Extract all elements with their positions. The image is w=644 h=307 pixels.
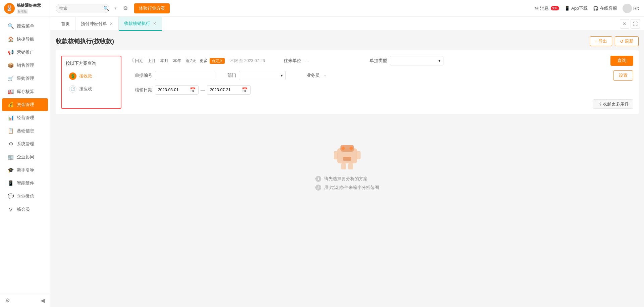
refresh-icon: ↺ [620, 39, 624, 44]
message-button[interactable]: ✉ 消息 99+ [535, 5, 559, 11]
collapse-more-button[interactable]: 《 收起更多条件 [593, 99, 633, 109]
doctype-label: 单据类型 [370, 58, 387, 64]
staff-input[interactable]: ··· [322, 73, 329, 78]
guide-icon: 🎓 [7, 167, 14, 173]
filter-receivable-label: 按应收 [79, 86, 92, 92]
doctype-dropdown-icon: ▾ [438, 58, 440, 63]
topbar-dropdown-icon[interactable]: ▾ [114, 6, 117, 11]
solution-button[interactable]: 体验行业方案 [134, 3, 170, 13]
tab-home[interactable]: 首页 [56, 17, 75, 31]
sidebar-item-label: 快捷导航 [17, 36, 34, 42]
docno-input[interactable] [155, 71, 215, 80]
finance-icon: 💰 [7, 102, 14, 108]
query-button[interactable]: 查询 [610, 56, 633, 66]
sidebar-item-member[interactable]: V 畅会员 [2, 203, 48, 216]
collapse-up-icon: 《 [597, 101, 601, 107]
topbar-search-input[interactable] [56, 4, 109, 13]
filter-row-2: 单据编号 部门 ▾ 业务员 ··· [135, 70, 633, 81]
quick-nav-icon: 🏠 [7, 36, 14, 42]
tab-maximize-btn[interactable]: ⛶ [631, 19, 640, 29]
tab-advance-pay[interactable]: 预付冲应付单 ✕ [75, 17, 119, 31]
app-download-button[interactable]: 📱 App下载 [565, 5, 588, 11]
tab-receipt-verify[interactable]: 收款核销执行 ✕ [119, 17, 162, 31]
online-service-button[interactable]: 🎧 在线客服 [593, 5, 617, 11]
verify-date-range: 2023-03-01 📅 — 2023-07-21 📅 [155, 85, 251, 95]
sidebar-item-sales[interactable]: 📦 销售管理 [2, 59, 48, 72]
verify-date-start-input[interactable]: 2023-03-01 📅 [155, 85, 199, 95]
export-icon: ↑ [595, 39, 597, 44]
date-this-month[interactable]: 本月 [159, 57, 170, 64]
sidebar-item-wechat[interactable]: 💬 企业微信 [2, 190, 48, 203]
footer-collapse-icon[interactable]: ◀ [41, 297, 45, 304]
user-profile[interactable]: Rit [623, 4, 639, 13]
collapse-left-btn[interactable]: 《 [128, 56, 135, 109]
date-no-limit-group: 不限 至 2023-07-26 [230, 58, 265, 64]
date-no-limit-text: 不限 至 2023-07-26 [230, 58, 265, 64]
svg-point-2 [341, 147, 345, 150]
tab-close-window-btn[interactable]: ✕ [620, 19, 629, 29]
date-this-year[interactable]: 本年 [172, 57, 182, 64]
sales-icon: 📦 [7, 62, 14, 68]
filter-dept-field: 部门 ▾ [227, 71, 294, 80]
date-7days[interactable]: 近7天 [184, 57, 198, 64]
dept-select[interactable]: ▾ [239, 71, 286, 80]
sidebar-item-label: 营销推广 [17, 49, 34, 55]
counterpart-input[interactable]: ··· [304, 58, 311, 63]
sidebar-item-hardware[interactable]: 📱 智能硬件 [2, 177, 48, 190]
sidebar-item-label: 企业微信 [17, 193, 34, 199]
message-badge: 99+ [551, 6, 559, 10]
sidebar-item-basic[interactable]: 📋 基础信息 [2, 124, 48, 137]
export-button[interactable]: ↑ 导出 [590, 36, 612, 46]
sidebar-item-label: 采购管理 [17, 75, 34, 82]
system-icon: ⚙ [7, 141, 14, 147]
date-more-btn[interactable]: 更多 [200, 58, 208, 64]
hint-num-2: 2 [315, 185, 321, 191]
filter-docno-field: 单据编号 [135, 71, 215, 80]
hardware-icon: 📱 [7, 180, 14, 186]
date-last-month[interactable]: 上月 [146, 57, 157, 64]
empty-robot-illustration [330, 138, 364, 172]
wechat-icon: 💬 [7, 193, 14, 199]
logo-rabbit-icon: 🐰 [6, 5, 13, 11]
sidebar-item-purchase[interactable]: 🛒 采购管理 [2, 72, 48, 85]
settings-button[interactable]: 设置 [613, 70, 633, 81]
sidebar-item-system[interactable]: ⚙ 系统管理 [2, 138, 48, 150]
filter-option-by-receipt[interactable]: 💲 按收款 [66, 70, 117, 83]
empty-hints: 1 请先选择要分析的方案 2 用[过滤]条件来缩小分析范围 [315, 176, 379, 191]
filter-panel: 按以下方案查询 💲 按收款 🕐 按应收 《 [56, 50, 639, 114]
sidebar-item-inventory[interactable]: 🏭 库存核算 [2, 85, 48, 98]
sidebar-item-enterprise[interactable]: 🏢 企业协同 [2, 151, 48, 163]
calendar-end-icon: 📅 [242, 87, 248, 93]
svg-rect-6 [357, 151, 361, 159]
logo-icon: 🐰 [4, 3, 15, 14]
counterpart-label: 往来单位 [284, 58, 301, 64]
verify-date-end-input[interactable]: 2023-07-21 📅 [207, 85, 251, 95]
topbar-gear-icon[interactable]: ⚙ [121, 4, 130, 13]
sidebar-item-finance[interactable]: 💰 资金管理 [2, 98, 48, 111]
sidebar-item-label: 系统管理 [17, 141, 34, 147]
footer-settings-icon[interactable]: ⚙ [5, 297, 10, 304]
sidebar-item-operation[interactable]: 📊 经营管理 [2, 111, 48, 124]
online-service-label: 在线客服 [600, 5, 617, 11]
basic-icon: 📋 [7, 128, 14, 134]
tab-receipt-verify-close[interactable]: ✕ [153, 21, 156, 26]
main-area: 🔍 ▾ ⚙ 体验行业方案 ✉ 消息 99+ 📱 App下载 🎧 在线客服 Rit [50, 0, 644, 307]
doctype-select[interactable]: ▾ [390, 56, 443, 65]
sidebar-item-quick-nav[interactable]: 🏠 快捷导航 [2, 33, 48, 46]
sidebar-item-guide[interactable]: 🎓 新手引导 [2, 164, 48, 176]
refresh-button[interactable]: ↺ 刷新 [615, 36, 639, 46]
filter-receivable-icon: 🕐 [69, 85, 76, 93]
page-actions: ↑ 导出 ↺ 刷新 [590, 36, 639, 46]
query-button-group: 查询 [610, 56, 633, 66]
filter-option-by-receivable[interactable]: 🕐 按应收 [66, 83, 117, 95]
message-label: 消息 [540, 5, 549, 11]
hint-num-1: 1 [315, 176, 321, 182]
filter-right-panel: 日期 上月 本月 本年 近7天 更多 自定义 不限 至 2023-07-26 [135, 56, 633, 109]
sidebar-item-search[interactable]: 🔍 搜索菜单 [2, 20, 48, 33]
date-custom-badge[interactable]: 自定义 [210, 58, 225, 64]
tab-receipt-verify-label: 收款核销执行 [124, 20, 150, 27]
sidebar-item-marketing[interactable]: 📢 营销推广 [2, 46, 48, 59]
tab-advance-pay-close[interactable]: ✕ [110, 21, 113, 26]
content-area: 收款核销执行(按收款) ↑ 导出 ↺ 刷新 按以下方案查询 💲 按收款 [50, 31, 644, 307]
staff-label: 业务员 [307, 72, 320, 79]
